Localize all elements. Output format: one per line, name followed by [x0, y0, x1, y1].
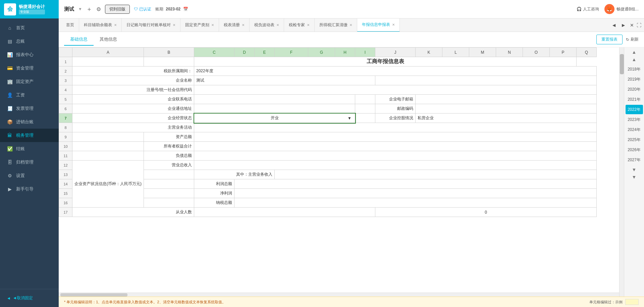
cell-c3[interactable]: 测试	[194, 76, 375, 85]
year-2018[interactable]: 2018年	[626, 64, 643, 74]
tab-close-fixed[interactable]: ✕	[211, 23, 214, 27]
col-header-l[interactable]: L	[442, 48, 469, 57]
sidebar-item-ledger[interactable]: ▤ 总账	[0, 35, 59, 48]
col-header-o[interactable]: O	[523, 48, 550, 57]
cell-a3[interactable]: 企业名称	[72, 76, 194, 85]
year-2027[interactable]: 2027年	[626, 155, 643, 165]
tab-close-journal[interactable]: ✕	[173, 23, 175, 27]
cell-c17[interactable]	[194, 208, 375, 217]
tab-close-tax-wave[interactable]: ✕	[276, 23, 279, 27]
cell-j6[interactable]: 邮政编码	[375, 104, 416, 114]
tab-aux[interactable]: 科目辅助余额表 ✕	[79, 18, 122, 32]
cell-a11[interactable]	[72, 151, 144, 161]
topbar-dropdown-arrow[interactable]: ▼	[78, 7, 82, 11]
horizontal-scrollbar[interactable]	[59, 293, 619, 297]
col-header-q[interactable]: Q	[577, 48, 597, 57]
cell-j7[interactable]: 企业控股情况	[375, 114, 416, 123]
tab-next-button[interactable]: ▶	[619, 21, 627, 29]
year-2026[interactable]: 2026年	[626, 145, 643, 155]
tab-close-annual[interactable]: ✕	[392, 23, 395, 27]
year-2025[interactable]: 2025年	[626, 135, 643, 144]
sidebar-item-salary[interactable]: 👤 工资	[0, 88, 59, 102]
year-2023[interactable]: 2023年	[626, 115, 643, 124]
col-header-m[interactable]: M	[469, 48, 496, 57]
tab-journal[interactable]: 日记账与银行对账单核对 ✕	[122, 18, 180, 32]
col-header-k[interactable]: K	[416, 48, 442, 57]
tab-tax-expert[interactable]: 税检专家 ✕	[284, 18, 315, 32]
cell-b16[interactable]	[144, 198, 194, 208]
cell-j5[interactable]: 企业电子邮箱	[375, 95, 416, 104]
cell-b1[interactable]	[144, 57, 194, 67]
cell-k5[interactable]	[416, 95, 597, 104]
subtab-basic[interactable]: 基础信息	[64, 34, 94, 46]
cell-k7[interactable]: 私营企业	[416, 114, 597, 123]
cell-c14[interactable]: 利润总额	[194, 179, 234, 189]
sidebar-item-invoice[interactable]: 🧾 发票管理	[0, 102, 59, 115]
topbar-settings-icon[interactable]: ⚙	[96, 6, 101, 12]
cell-d16[interactable]	[234, 198, 597, 208]
cell-c13[interactable]: 其中：主营业务收入	[194, 170, 275, 179]
col-header-f[interactable]: F	[275, 48, 308, 57]
cell-j17[interactable]: 0	[375, 208, 597, 217]
cell-c10[interactable]	[194, 142, 597, 151]
cell-a1[interactable]	[72, 57, 144, 67]
topbar-add-button[interactable]: ＋	[86, 5, 92, 13]
tab-close-tax-expert[interactable]: ✕	[307, 23, 310, 27]
tab-tax-return[interactable]: 税表清册 ✕	[219, 18, 250, 32]
tab-fixed-asset[interactable]: 固定资产类别 ✕	[180, 18, 219, 32]
sidebar-item-fixed[interactable]: 🏢 固定资产	[0, 75, 59, 88]
cell-c12[interactable]	[194, 161, 597, 170]
tab-home[interactable]: 首页	[61, 18, 79, 32]
cell-i6[interactable]	[355, 104, 375, 114]
refresh-button[interactable]: ↻ 刷新	[626, 37, 639, 42]
tab-prev-button[interactable]: ◀	[610, 21, 618, 29]
cell-c8[interactable]	[194, 123, 597, 132]
sidebar-item-tax[interactable]: 🏛 税务管理	[0, 129, 59, 142]
year-nav-up-button[interactable]: ▲	[631, 49, 637, 55]
cell-c6[interactable]	[194, 104, 355, 114]
cell-a6[interactable]: 企业通信地址	[72, 104, 194, 114]
vertical-scrollbar[interactable]	[619, 47, 624, 297]
col-header-c[interactable]: C	[194, 48, 234, 57]
cell-b12[interactable]: 营业总收入	[144, 161, 194, 170]
tab-annual-report[interactable]: 年报信息申报表 ✕	[357, 18, 400, 32]
tab-close-tax-return[interactable]: ✕	[242, 23, 245, 27]
cell-c9[interactable]	[194, 132, 597, 142]
col-header-d[interactable]: D	[234, 48, 255, 57]
cell-c15[interactable]: 净利润	[194, 189, 234, 198]
cell-a5[interactable]: 企业联系电话	[72, 95, 194, 104]
cell-c2[interactable]: 2022年度	[194, 67, 597, 76]
col-header-a[interactable]: A	[72, 48, 144, 57]
tab-close-aux[interactable]: ✕	[114, 23, 117, 27]
sidebar-item-home[interactable]: ⌂ 首页	[0, 21, 59, 35]
help-button[interactable]: 🎧 人工咨询	[577, 6, 599, 12]
tab-close-income-tax[interactable]: ✕	[350, 23, 352, 27]
cell-a17[interactable]: 从业人数	[72, 208, 194, 217]
dropdown-arrow-icon[interactable]: ▼	[347, 116, 352, 121]
cell-b14[interactable]	[144, 179, 194, 189]
col-header-j[interactable]: J	[375, 48, 416, 57]
cell-c4[interactable]	[194, 85, 597, 95]
year-2022[interactable]: 2022年	[626, 105, 643, 114]
cell-title[interactable]: 工商年报信息表	[194, 57, 577, 67]
sidebar-item-guide[interactable]: ▶ 新手引导	[0, 182, 59, 196]
cell-j3[interactable]	[375, 76, 597, 85]
cell-a7[interactable]: 企业经营状态	[72, 114, 194, 123]
year-nav-down2-button[interactable]: ▼	[631, 174, 637, 180]
cell-a9[interactable]	[72, 132, 144, 142]
cell-i7[interactable]	[355, 114, 375, 123]
tab-close-all-button[interactable]: ✕	[630, 23, 634, 28]
sidebar-item-archive[interactable]: 🗄 归档管理	[0, 156, 59, 169]
year-nav-down-button[interactable]: ▼	[631, 166, 637, 173]
cell-k6[interactable]	[416, 104, 597, 114]
year-2024[interactable]: 2024年	[626, 125, 643, 134]
cell-d15[interactable]	[234, 189, 597, 198]
cell-a2[interactable]: 税款所属期间：	[72, 67, 194, 76]
cell-c16[interactable]: 纳税总额	[194, 198, 234, 208]
reset-button[interactable]: 重置报表	[596, 35, 623, 44]
cell-d14[interactable]	[234, 179, 597, 189]
year-nav-up2-button[interactable]: ▲	[631, 56, 637, 63]
sidebar-item-report[interactable]: 📊 报表中心	[0, 48, 59, 61]
old-version-button[interactable]: 切到旧版	[105, 5, 130, 14]
year-2019[interactable]: 2019年	[626, 75, 643, 84]
